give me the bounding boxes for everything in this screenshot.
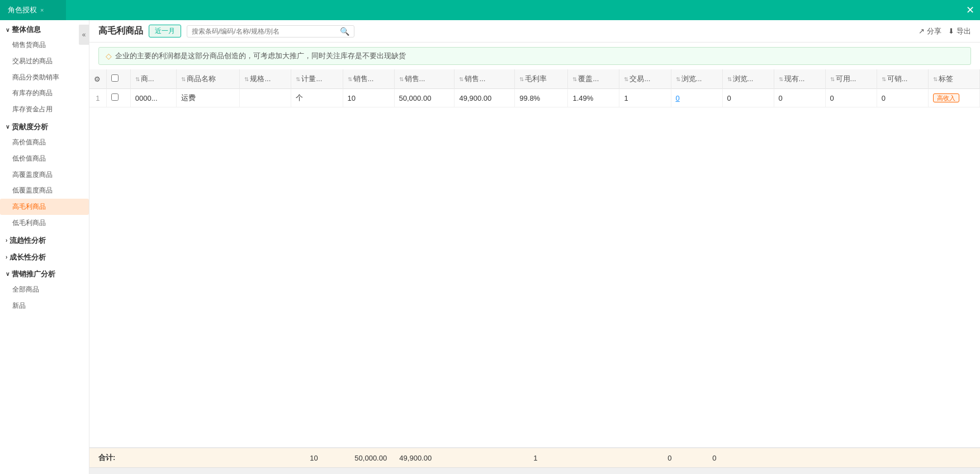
column-label: 毛利率 [525, 74, 547, 83]
table-column-header: ⇅毛利率 [515, 69, 568, 89]
footer-sales-qty: 10 [305, 454, 350, 462]
column-label: 商品名称 [187, 74, 216, 83]
table-column-header: ⇅可销... [877, 69, 928, 89]
sidebar-group-header[interactable]: ∨营销推广分析 [0, 265, 89, 281]
filter-button[interactable]: 近一月 [149, 25, 181, 37]
table-column-header: ⇅规格... [240, 69, 291, 89]
table-cell-sellable: 0 [877, 89, 928, 107]
table-column-header: ⇅覆盖... [568, 69, 619, 89]
footer-current: 0 [663, 454, 708, 462]
table-cell-available: 0 [825, 89, 877, 107]
table-column-header: ⇅销售... [343, 69, 394, 89]
sidebar-item[interactable]: 低毛利商品 [0, 215, 89, 231]
sidebar-item[interactable]: 全部商品 [0, 281, 89, 298]
search-input[interactable] [192, 27, 340, 35]
sidebar-collapse-button[interactable]: « [79, 25, 89, 45]
table-cell-checkbox [106, 89, 130, 107]
table-container: ⚙⇅商...⇅商品名称⇅规格...⇅计量...⇅销售...⇅销售...⇅销售..… [89, 69, 980, 447]
table-column-header: ⇅销售... [394, 69, 455, 89]
table-cell-browse2: 0 [722, 89, 774, 107]
main-layout: « ∨整体信息销售货商品交易过的商品商品分类助销率有库存的商品库存资金占用∨贡献… [0, 20, 980, 474]
column-label: 交易... [629, 74, 650, 83]
table-column-header: ⇅浏览... [722, 69, 774, 89]
table-cell-salesAmt: 50,000.00 [394, 89, 455, 107]
table-column-header: ⇅销售... [455, 69, 515, 89]
sort-icon: ⇅ [135, 76, 140, 82]
column-label: 标签 [939, 74, 953, 83]
column-label: 销售... [465, 74, 485, 83]
table-cell-spec [240, 89, 291, 107]
sidebar-item[interactable]: 低覆盖度商品 [0, 182, 89, 199]
column-label: 覆盖... [578, 74, 599, 83]
sidebar-item[interactable]: 高毛利商品 [0, 199, 89, 215]
sidebar-item[interactable]: 高价值商品 [0, 134, 89, 151]
table-body: 10000...运费个1050,000.0049,900.0099.8%1.49… [89, 89, 980, 107]
sidebar-group-arrow: ∨ [6, 124, 10, 130]
table-cell-unit: 个 [291, 89, 343, 107]
table-column-header: ⇅浏览... [671, 69, 722, 89]
sort-icon: ⇅ [830, 76, 835, 82]
column-label: 销售... [353, 74, 374, 83]
close-window-button[interactable]: ✕ [966, 4, 980, 16]
sidebar: « ∨整体信息销售货商品交易过的商品商品分类助销率有库存的商品库存资金占用∨贡献… [0, 20, 89, 474]
sidebar-item[interactable]: 销售货商品 [0, 37, 89, 53]
sidebar-item[interactable]: 新品 [0, 298, 89, 314]
sidebar-item[interactable]: 有库存的商品 [0, 85, 89, 101]
table-cell-code: 0000... [130, 89, 176, 107]
sidebar-item[interactable]: 商品分类助销率 [0, 69, 89, 86]
table-cell-num: 1 [89, 89, 106, 107]
sidebar-group-arrow: › [6, 254, 7, 260]
sort-icon: ⇅ [399, 76, 404, 82]
info-banner: ◇ 企业的主要的利润都是这部分商品创造的，可考虑加大推广，同时关注库存是不要出现… [98, 47, 971, 65]
top-navigation: 首页销售单×进货单×权限设置×角色授权×产成品入库单×单据模板设置×商品分析×商… [0, 0, 980, 20]
table-column-header: ⇅可用... [825, 69, 877, 89]
sort-icon: ⇅ [572, 76, 577, 82]
footer-trade: 1 [529, 454, 574, 462]
table-column-header: ⇅交易... [619, 69, 671, 89]
column-label: 规格... [250, 74, 271, 83]
table-column-header: ⇅计量... [291, 69, 343, 89]
sort-icon: ⇅ [933, 76, 938, 82]
row-checkbox[interactable] [111, 93, 119, 101]
sidebar-group-header[interactable]: ∨贡献度分析 [0, 118, 89, 134]
column-label: 商... [141, 74, 154, 83]
horizontal-scrollbar[interactable] [89, 467, 980, 474]
footer-label: 合计: [98, 453, 115, 463]
sort-icon: ⇅ [348, 76, 352, 82]
sidebar-item[interactable]: 低价值商品 [0, 151, 89, 167]
sidebar-group-header[interactable]: ›成长性分析 [0, 248, 89, 265]
column-label: 可用... [836, 74, 856, 83]
sidebar-group-arrow: ∨ [6, 271, 10, 277]
table-column-header: ⇅商品名称 [176, 69, 240, 89]
share-button[interactable]: ↗ 分享 [919, 26, 941, 36]
nav-tab[interactable]: 角色授权× [0, 0, 66, 20]
column-label: 销售... [405, 74, 425, 83]
sidebar-group-header[interactable]: ∨整体信息 [0, 20, 89, 37]
settings-icon[interactable]: ⚙ [94, 75, 101, 83]
sidebar-item[interactable]: 高覆盖度商品 [0, 167, 89, 183]
footer-sales-profit: 49,900.00 [395, 454, 439, 462]
search-icon[interactable]: 🔍 [340, 27, 349, 36]
content-header: 高毛利商品 近一月 🔍 ↗ 分享 ⬇ 导出 [89, 20, 980, 43]
sidebar-item[interactable]: 库存资金占用 [0, 101, 89, 118]
table-column-header[interactable]: ⚙ [89, 69, 106, 89]
table-column-header[interactable] [106, 69, 130, 89]
sidebar-item[interactable]: 交易过的商品 [0, 53, 89, 69]
select-all-checkbox[interactable] [111, 74, 119, 82]
content-area: 高毛利商品 近一月 🔍 ↗ 分享 ⬇ 导出 [89, 20, 980, 474]
table-cell-salesProfit: 49,900.00 [455, 89, 515, 107]
sidebar-content: ∨整体信息销售货商品交易过的商品商品分类助销率有库存的商品库存资金占用∨贡献度分… [0, 20, 89, 313]
table-column-header: ⇅现有... [774, 69, 825, 89]
table-header: ⚙⇅商...⇅商品名称⇅规格...⇅计量...⇅销售...⇅销售...⇅销售..… [89, 69, 980, 89]
export-button[interactable]: ⬇ 导出 [948, 26, 971, 36]
tab-close-icon[interactable]: × [40, 7, 44, 13]
sidebar-group-label: 流趋性分析 [10, 236, 46, 246]
info-icon: ◇ [106, 51, 112, 60]
table-cell-tag: 高收入 [928, 89, 979, 107]
sort-icon: ⇅ [727, 76, 732, 82]
sidebar-group-arrow: ∨ [6, 27, 10, 33]
sidebar-group-header[interactable]: ›流趋性分析 [0, 231, 89, 248]
column-label: 浏览... [733, 74, 754, 83]
sort-icon: ⇅ [244, 76, 249, 82]
browse-link[interactable]: 0 [676, 94, 680, 102]
